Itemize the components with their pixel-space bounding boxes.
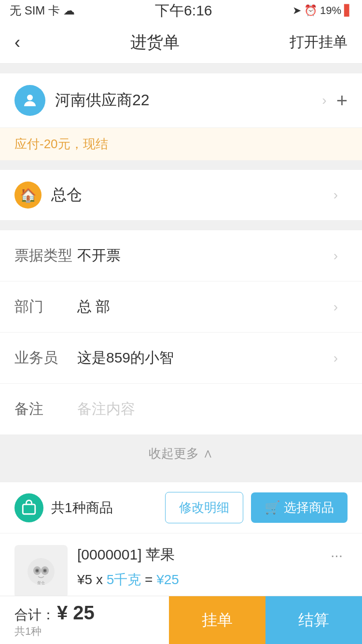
- product-header: 共1种商品 修改明细 🛒 选择商品: [0, 482, 362, 533]
- sim-status: 无 SIM 卡 ☁: [10, 3, 75, 18]
- supplier-avatar: [14, 85, 45, 116]
- svg-point-8: [44, 570, 46, 572]
- collapse-row[interactable]: 收起更多 ∧: [0, 434, 362, 473]
- department-value: 总 部: [77, 297, 334, 317]
- products-section: 共1种商品 修改明细 🛒 选择商品 督仓: [0, 482, 362, 610]
- equals-sign: =: [145, 572, 156, 587]
- supplier-row[interactable]: 河南供应商22 › +: [0, 73, 362, 128]
- fields-section: 票据类型 不开票 › 部门 总 部 › 业务员 这是859的小智 › 备注 备注…: [0, 230, 362, 434]
- svg-point-0: [27, 95, 33, 100]
- product-total: ¥25: [156, 572, 179, 587]
- product-info: [0000001] 苹果 ¥5 x 5千克 = ¥25: [77, 545, 326, 589]
- svg-rect-1: [23, 504, 35, 514]
- back-button[interactable]: ‹: [14, 32, 20, 53]
- warehouse-section: 🏠 总仓 ›: [0, 170, 362, 220]
- svg-text:督仓: 督仓: [37, 581, 45, 585]
- battery-icon: ▋: [344, 4, 352, 17]
- checkout-button[interactable]: 结算: [265, 596, 362, 644]
- status-bar: 无 SIM 卡 ☁ 下午6:16 ➤ ⏰ 19% ▋: [0, 0, 362, 21]
- supplier-section: 河南供应商22 › + 应付-20元，现结: [0, 73, 362, 160]
- section-gap-2: [0, 160, 362, 170]
- person-icon: [21, 92, 39, 109]
- total-section: 合计： ¥ 25 共1种: [0, 596, 169, 644]
- invoice-label: 票据类型: [14, 246, 77, 266]
- edit-detail-button[interactable]: 修改明细: [165, 492, 243, 523]
- product-thumbnail: 督仓: [14, 545, 68, 598]
- select-product-icon: 🛒: [265, 500, 280, 515]
- product-price: ¥5 x 5千克 = ¥25: [77, 571, 326, 589]
- invoice-field-row[interactable]: 票据类型 不开票 ›: [0, 230, 362, 281]
- nav-bar: ‹ 进货单 打开挂单: [0, 21, 362, 64]
- department-chevron-icon: ›: [334, 299, 338, 315]
- product-quantity: 5千克: [107, 572, 141, 587]
- department-field-row[interactable]: 部门 总 部 ›: [0, 281, 362, 332]
- status-time: 下午6:16: [155, 1, 212, 21]
- invoice-value: 不开票: [77, 246, 334, 266]
- total-label: 合计：: [14, 606, 55, 624]
- warehouse-row[interactable]: 🏠 总仓 ›: [0, 170, 362, 220]
- product-count: 共1种商品: [51, 499, 165, 517]
- salesman-label: 业务员: [14, 348, 77, 368]
- supplier-chevron-icon: ›: [322, 93, 326, 108]
- warehouse-name: 总仓: [51, 184, 334, 206]
- status-right: ➤ ⏰ 19% ▋: [292, 4, 352, 17]
- owl-logo-icon: 督仓: [27, 557, 56, 586]
- total-sub: 共1种: [14, 624, 154, 639]
- add-supplier-button[interactable]: +: [336, 91, 348, 110]
- salesman-value: 这是859的小智: [77, 348, 334, 368]
- status-left: 无 SIM 卡 ☁: [10, 3, 75, 18]
- section-gap-3: [0, 220, 362, 230]
- battery-level: 19%: [320, 4, 341, 17]
- product-code: [0000001]: [77, 546, 141, 562]
- supplier-name: 河南供应商22: [55, 90, 322, 111]
- page-title: 进货单: [130, 31, 180, 54]
- product-title: [0000001] 苹果: [77, 545, 326, 565]
- salesman-field-row[interactable]: 业务员 这是859的小智 ›: [0, 332, 362, 383]
- warehouse-icon: 🏠: [14, 182, 42, 209]
- remark-label: 备注: [14, 399, 77, 419]
- product-unit-price: ¥5: [77, 572, 92, 587]
- pending-button[interactable]: 挂单: [169, 596, 265, 644]
- invoice-chevron-icon: ›: [334, 248, 338, 264]
- payment-hint: 应付-20元，现结: [0, 128, 362, 160]
- select-product-button[interactable]: 🛒 选择商品: [251, 492, 348, 523]
- collapse-label: 收起更多 ∧: [149, 445, 213, 462]
- open-pending-button[interactable]: 打开挂单: [290, 32, 348, 52]
- warehouse-chevron-icon: ›: [334, 187, 338, 203]
- total-amount: ¥ 25: [57, 602, 95, 624]
- svg-point-7: [36, 570, 38, 572]
- bottom-bar: 合计： ¥ 25 共1种 挂单 结算: [0, 596, 362, 644]
- salesman-chevron-icon: ›: [334, 350, 338, 366]
- home-icon: 🏠: [20, 187, 37, 203]
- shopping-bag-icon: [21, 500, 37, 516]
- section-gap-1: [0, 64, 362, 73]
- alarm-icon: ⏰: [304, 4, 317, 17]
- multiply-sign: x: [96, 572, 107, 587]
- location-icon: ➤: [292, 4, 301, 17]
- department-label: 部门: [14, 297, 77, 317]
- product-more-button[interactable]: ···: [326, 545, 348, 565]
- product-name: 苹果: [146, 546, 175, 562]
- product-section-icon: [14, 493, 43, 522]
- remark-input[interactable]: 备注内容: [77, 399, 348, 419]
- select-product-label: 选择商品: [284, 499, 334, 516]
- section-gap-4: [0, 473, 362, 482]
- remark-field-row[interactable]: 备注 备注内容: [0, 383, 362, 434]
